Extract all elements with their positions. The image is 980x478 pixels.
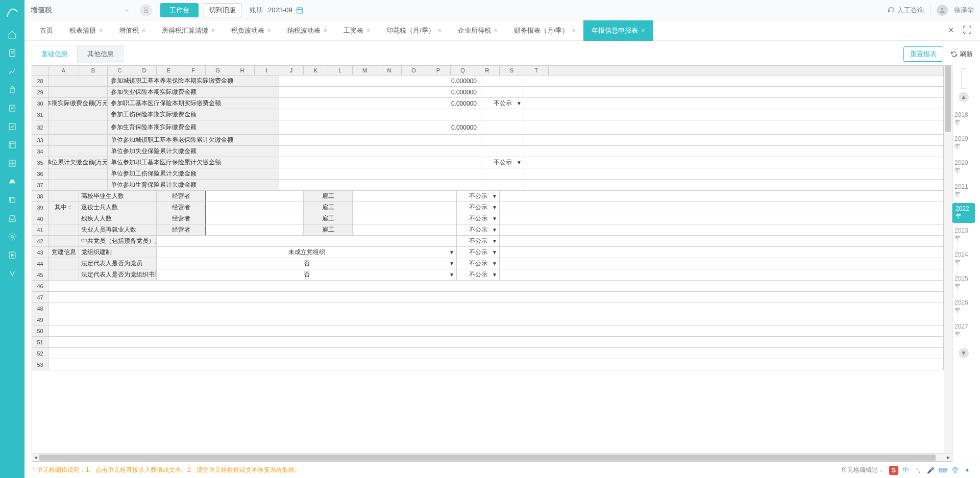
nav-copy-icon[interactable]	[0, 191, 24, 209]
nav-gear-icon[interactable]	[0, 228, 24, 246]
row-header[interactable]: 47	[32, 292, 48, 303]
ime-tool-icon[interactable]: ✦	[963, 466, 972, 475]
module-dropdown[interactable]: 增值税	[31, 6, 130, 15]
col-header[interactable]: B	[79, 66, 108, 75]
row-header[interactable]: 37	[32, 180, 48, 190]
ime-mic-icon[interactable]: 🎤	[926, 466, 935, 475]
value-cell[interactable]	[279, 180, 481, 190]
publish-dropdown[interactable]: 不公示▼	[457, 213, 500, 224]
row-header[interactable]: 36	[32, 168, 48, 179]
row-header[interactable]: 45	[32, 269, 48, 280]
nav-inbox-icon[interactable]	[0, 209, 24, 228]
tab-tax-burden[interactable]: 税负波动表×	[223, 20, 279, 41]
tab-tax-pay[interactable]: 纳税波动表×	[279, 20, 335, 41]
close-icon[interactable]: ×	[99, 27, 103, 34]
col-header[interactable]: N	[377, 66, 402, 75]
nav-chart-icon[interactable]	[0, 62, 24, 81]
nav-home-icon[interactable]	[0, 26, 24, 44]
rail-up-icon[interactable]: ▲	[959, 92, 969, 102]
year-item[interactable]: 2025年	[952, 271, 975, 295]
publish-dropdown[interactable]: 不公示▼	[457, 247, 500, 258]
col-header[interactable]: I	[255, 66, 279, 75]
row-header[interactable]: 39	[32, 202, 48, 213]
close-icon[interactable]: ×	[211, 27, 215, 34]
publish-dropdown[interactable]	[481, 168, 524, 179]
horizontal-scrollbar[interactable]: ◄ ►	[32, 453, 952, 461]
tab-tax-list[interactable]: 税表清册×	[61, 20, 111, 41]
nav-template-icon[interactable]	[0, 136, 24, 154]
publish-dropdown[interactable]	[481, 146, 524, 157]
value-cell[interactable]	[353, 202, 457, 213]
value-cell[interactable]	[279, 109, 481, 120]
tab-home[interactable]: 首页	[32, 20, 61, 41]
row-header[interactable]: 52	[32, 348, 48, 359]
year-item[interactable]: 2019年	[952, 131, 975, 155]
col-header[interactable]: E	[157, 66, 181, 75]
scroll-left-icon[interactable]: ◄	[32, 454, 39, 461]
row-header[interactable]: 46	[32, 281, 48, 291]
row-header[interactable]: 38	[32, 191, 48, 202]
tab-income-tax[interactable]: 所得税汇算清缴×	[154, 20, 223, 41]
nav-doc-icon[interactable]	[0, 44, 24, 62]
subtab-basic[interactable]: 基础信息	[32, 45, 78, 63]
value-cell[interactable]	[279, 135, 481, 145]
period-value[interactable]: 2023-09	[268, 6, 292, 14]
col-header[interactable]: C	[108, 66, 132, 75]
ime-keyboard-icon[interactable]: ⌨	[938, 466, 947, 475]
ime-logo-icon[interactable]: S	[889, 466, 898, 475]
publish-dropdown[interactable]: 不公示▼	[457, 224, 500, 235]
select-cell[interactable]: 否▼	[157, 269, 457, 280]
row-header[interactable]: 53	[32, 359, 48, 370]
row-header[interactable]: 51	[32, 337, 48, 347]
row-header[interactable]: 34	[32, 146, 48, 157]
row-header[interactable]: 50	[32, 325, 48, 336]
close-icon[interactable]: ×	[572, 27, 575, 34]
year-item[interactable]: 2023年	[952, 223, 975, 247]
select-cell[interactable]: 否▼	[157, 258, 457, 269]
value-cell[interactable]	[206, 202, 304, 213]
support-link[interactable]: 人工咨询	[887, 6, 924, 15]
year-item[interactable]: 2026年	[952, 295, 975, 319]
publish-dropdown[interactable]	[481, 76, 524, 86]
col-header[interactable]: T	[524, 66, 549, 75]
row-header[interactable]: 31	[32, 109, 48, 120]
rail-handle-icon[interactable]	[961, 68, 966, 89]
value-cell[interactable]	[353, 224, 457, 235]
nav-grid-icon[interactable]	[0, 154, 24, 172]
nav-note-icon[interactable]	[0, 99, 24, 117]
publish-dropdown[interactable]	[481, 87, 524, 97]
empty-cell[interactable]	[48, 303, 500, 314]
tab-fin-report[interactable]: 财务报表（月/季）×	[506, 20, 584, 41]
row-header[interactable]: 48	[32, 303, 48, 314]
ime-punct-icon[interactable]: °,	[914, 466, 923, 475]
value-cell[interactable]	[279, 146, 481, 157]
nav-bag-icon[interactable]	[0, 81, 24, 99]
col-header[interactable]: A	[48, 66, 79, 75]
nav-play-icon[interactable]	[0, 246, 24, 264]
col-header[interactable]: K	[304, 66, 328, 75]
publish-dropdown[interactable]	[481, 109, 524, 120]
value-cell[interactable]: 0.000000	[279, 98, 481, 109]
select-all-corner[interactable]	[32, 66, 48, 75]
row-header[interactable]: 29	[32, 87, 48, 97]
select-cell[interactable]: 未成立党组织▼	[157, 247, 457, 258]
year-item[interactable]: 2018年	[952, 107, 975, 131]
nav-v-icon[interactable]	[0, 264, 24, 283]
tab-vat[interactable]: 增值税×	[111, 20, 154, 41]
publish-dropdown[interactable]: 不公示▼	[457, 191, 500, 202]
value-cell[interactable]	[157, 236, 457, 246]
empty-cell[interactable]	[48, 359, 500, 370]
publish-dropdown[interactable]	[481, 180, 524, 190]
vertical-scrollbar[interactable]	[944, 66, 952, 453]
empty-cell[interactable]	[48, 348, 500, 359]
col-header[interactable]: P	[426, 66, 451, 75]
year-item[interactable]: 2027年	[952, 319, 975, 343]
year-item[interactable]: 2022年	[952, 203, 975, 223]
value-cell[interactable]: 0.000000	[279, 120, 481, 134]
row-header[interactable]: 32	[32, 120, 48, 134]
row-header[interactable]: 41	[32, 224, 48, 235]
scroll-right-icon[interactable]: ►	[945, 454, 952, 461]
h-scroll-thumb[interactable]	[39, 455, 936, 461]
value-cell[interactable]	[279, 157, 481, 168]
tabs-close-all-icon[interactable]: ×	[945, 25, 957, 36]
